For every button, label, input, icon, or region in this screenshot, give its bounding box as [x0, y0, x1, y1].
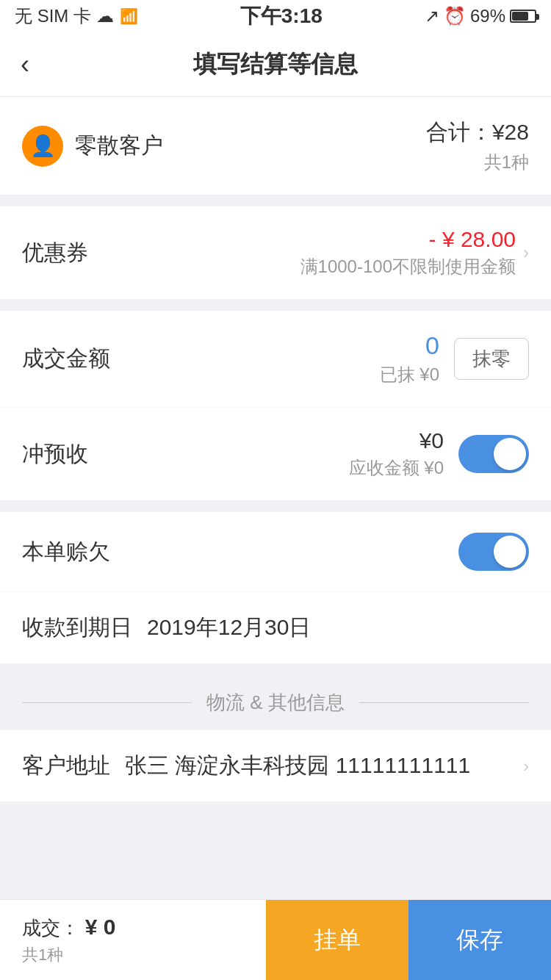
prepay-toggle[interactable]: [458, 435, 529, 473]
bottom-summary: 成交： ¥ 0 共1种: [0, 915, 266, 966]
coupon-desc: 满1000-100不限制使用金额: [300, 255, 516, 278]
alarm-icon: ⏰: [444, 6, 466, 26]
avatar-icon: 👤: [30, 134, 56, 158]
due-date-value: 2019年12月30日: [147, 613, 311, 643]
due-date-label: 收款到期日: [22, 613, 132, 643]
credit-toggle-circle: [494, 536, 526, 568]
chevron-right-icon: ›: [523, 242, 529, 263]
location-icon: ↗: [425, 6, 439, 26]
amount-value: 0: [380, 331, 439, 360]
credit-section: 本单赊欠 收款到期日 2019年12月30日: [0, 512, 551, 663]
transaction-row: 成交金额 0 已抹 ¥0 抹零: [0, 311, 551, 408]
logistics-label: 物流 & 其他信息: [206, 690, 345, 716]
hold-button[interactable]: 挂单: [266, 900, 408, 981]
customer-left: 👤 零散客户: [22, 126, 163, 167]
save-button[interactable]: 保存: [408, 900, 551, 981]
customer-name: 零散客户: [75, 131, 163, 161]
content: 👤 零散客户 合计：¥28 共1种 优惠券 - ¥ 28.00 满1000-10…: [0, 97, 551, 901]
prepay-amounts: ¥0 应收金额 ¥0: [349, 428, 444, 480]
round-button[interactable]: 抹零: [454, 338, 529, 380]
customer-row: 👤 零散客户 合计：¥28 共1种: [0, 97, 551, 195]
amount-label: 成交金额: [22, 344, 110, 374]
toggle-circle: [494, 438, 526, 470]
address-section: 客户地址 张三 海淀永丰科技园 11111111111 ›: [0, 730, 551, 801]
credit-label: 本单赊欠: [22, 537, 110, 567]
customer-total: 合计：¥28 共1种: [426, 118, 529, 174]
prepay-row: 冲预收 ¥0 应收金额 ¥0: [0, 408, 551, 500]
address-value: 张三 海淀永丰科技园 11111111111: [125, 751, 523, 781]
prepay-val: ¥0: [349, 428, 444, 453]
credit-row: 本单赊欠: [0, 512, 551, 592]
due-date-row[interactable]: 收款到期日 2019年12月30日: [0, 592, 551, 663]
prepay-sub: 应收金额 ¥0: [349, 456, 444, 480]
nav-bar: ‹ 填写结算等信息: [0, 32, 551, 97]
bottom-deal-label: 成交：: [22, 917, 79, 939]
amount-value-col: 0 已抹 ¥0: [380, 331, 439, 386]
total-amount: 合计：¥28: [426, 118, 529, 148]
address-row[interactable]: 客户地址 张三 海淀永丰科技园 11111111111 ›: [0, 730, 551, 801]
prepay-label: 冲预收: [22, 439, 88, 469]
back-button[interactable]: ‹: [21, 49, 29, 80]
address-label: 客户地址: [22, 751, 110, 781]
avatar: 👤: [22, 126, 63, 167]
divider-line-right: [359, 702, 529, 703]
bottom-deal-row: 成交： ¥ 0: [22, 915, 244, 941]
amount-right: 0 已抹 ¥0 抹零: [380, 331, 529, 386]
prepay-right: ¥0 应收金额 ¥0: [349, 428, 529, 480]
battery-icon: [510, 10, 536, 23]
status-left: 无 SIM 卡 ☁ 📶: [15, 4, 138, 28]
status-right: ↗ ⏰ 69%: [425, 6, 536, 26]
address-chevron-icon: ›: [523, 756, 529, 777]
sim-label: 无 SIM 卡 ☁: [15, 4, 114, 28]
coupon-right: - ¥ 28.00 满1000-100不限制使用金额 ›: [300, 227, 529, 278]
wifi-icon: 📶: [120, 7, 138, 25]
status-time: 下午3:18: [240, 2, 323, 30]
credit-toggle[interactable]: [458, 533, 529, 571]
coupon-label: 优惠券: [22, 238, 88, 268]
amount-sub: 已抹 ¥0: [380, 363, 439, 386]
total-count: 共1种: [426, 151, 529, 174]
logistics-divider: 物流 & 其他信息: [0, 675, 551, 730]
divider-line-left: [22, 702, 192, 703]
amount-section: 成交金额 0 已抹 ¥0 抹零 冲预收 ¥0 应收金额 ¥0: [0, 311, 551, 500]
coupon-discount: - ¥ 28.00: [300, 227, 516, 252]
battery-percent: 69%: [470, 6, 505, 26]
status-bar: 无 SIM 卡 ☁ 📶 下午3:18 ↗ ⏰ 69%: [0, 0, 551, 32]
coupon-row[interactable]: 优惠券 - ¥ 28.00 满1000-100不限制使用金额 ›: [0, 206, 551, 299]
page-title: 填写结算等信息: [193, 48, 358, 81]
bottom-deal-amount: ¥ 0: [85, 915, 116, 939]
bottom-count: 共1种: [22, 944, 244, 966]
coupon-amount: - ¥ 28.00 满1000-100不限制使用金额: [300, 227, 516, 278]
bottom-bar: 成交： ¥ 0 共1种 挂单 保存: [0, 899, 551, 980]
